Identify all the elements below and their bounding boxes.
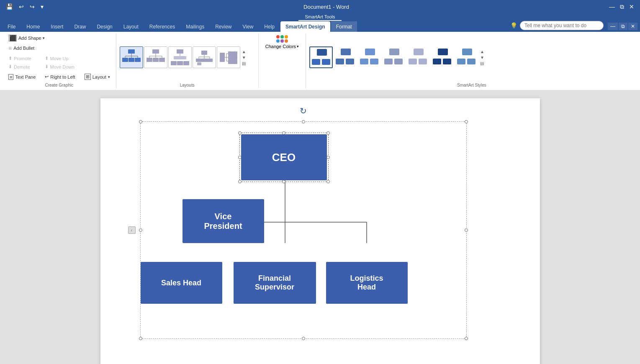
layout-item-3[interactable] — [168, 46, 192, 68]
gallery-scroll-down[interactable]: ▼ — [241, 55, 247, 60]
tab-mailings[interactable]: Mailings — [181, 21, 209, 32]
ceo-handle-bc[interactable] — [282, 180, 285, 183]
quick-access-toolbar: 💾 ↩ ↪ ▾ — [4, 3, 45, 11]
tell-me-area: 💡 — [510, 21, 604, 32]
smartart-container[interactable]: ‹ ↻ — [140, 121, 467, 339]
style-item-3[interactable] — [358, 46, 381, 68]
svg-rect-52 — [370, 59, 378, 64]
demote-button[interactable]: ⬇ Demote — [6, 63, 34, 71]
change-colors-button[interactable]: Change Colors ▾ — [262, 33, 302, 51]
window-controls: — ⧉ ✕ — [607, 3, 636, 11]
tab-insert[interactable]: Insert — [46, 21, 68, 32]
svg-rect-24 — [201, 51, 207, 55]
sales-head-box[interactable]: Sales Head — [141, 262, 222, 304]
close-icon[interactable]: ✕ — [627, 3, 636, 11]
rotate-handle[interactable]: ↻ — [300, 106, 307, 116]
window-minimize[interactable]: — — [608, 23, 618, 30]
svg-rect-9 — [152, 49, 159, 54]
create-graphic-group: ⬛ Add Shape ▾ ≡ Add Bullet ⬆ Promote ⬇ — [3, 33, 116, 88]
svg-rect-50 — [365, 49, 375, 55]
promote-button[interactable]: ⬆ Promote — [6, 54, 34, 62]
redo-icon[interactable]: ↪ — [28, 3, 36, 11]
layout-button[interactable]: ⊞ Layout ▾ — [82, 72, 113, 81]
window-restore[interactable]: ⧉ — [619, 23, 627, 30]
tab-references[interactable]: References — [144, 21, 180, 32]
undo-icon[interactable]: ↩ — [17, 3, 26, 11]
tab-draw[interactable]: Draw — [69, 21, 91, 32]
save-icon[interactable]: 💾 — [4, 3, 15, 11]
add-bullet-button[interactable]: ≡ Add Bullet — [6, 44, 37, 53]
svg-rect-33 — [207, 59, 213, 62]
svg-rect-45 — [312, 59, 320, 65]
logistics-head-box[interactable]: LogisticsHead — [326, 262, 408, 304]
ribbon-content: ⬛ Add Shape ▾ ≡ Add Bullet ⬆ Promote ⬇ — [0, 32, 640, 90]
svg-rect-51 — [360, 59, 368, 64]
demote-icon: ⬇ — [8, 64, 12, 69]
financial-supervisor-box[interactable]: FinancialSupervisor — [234, 262, 316, 304]
move-down-button[interactable]: ⬇ Move Down — [42, 63, 77, 71]
svg-rect-49 — [346, 59, 354, 64]
tab-layout[interactable]: Layout — [118, 21, 144, 32]
color-dot-blue — [276, 39, 280, 43]
style-item-4[interactable] — [382, 46, 406, 68]
tab-format[interactable]: Format — [331, 21, 357, 32]
style-item-2[interactable] — [334, 46, 357, 68]
promote-icon: ⬆ — [8, 56, 12, 61]
move-down-icon: ⬇ — [45, 64, 49, 69]
ceo-selection-wrapper: CEO — [241, 134, 327, 180]
ceo-handle-tr[interactable] — [326, 131, 330, 135]
ceo-handle-mr[interactable] — [326, 156, 330, 159]
styles-scroll-up[interactable]: ▲ — [479, 49, 485, 54]
layout-item-5[interactable] — [217, 46, 240, 68]
restore-icon[interactable]: ⧉ — [618, 3, 626, 11]
ceo-handle-br[interactable] — [326, 180, 330, 183]
tab-smartart-design[interactable]: SmartArt Design — [280, 21, 330, 32]
svg-rect-56 — [414, 49, 424, 55]
add-shape-button[interactable]: ⬛ Add Shape ▾ — [6, 33, 47, 43]
svg-rect-15 — [147, 58, 152, 62]
vice-president-box[interactable]: VicePresident — [182, 199, 264, 243]
style-item-6[interactable] — [431, 46, 454, 68]
svg-rect-60 — [433, 59, 441, 64]
styles-scroll-down[interactable]: ▼ — [479, 55, 485, 60]
ribbon-tabs: File Home Insert Draw Design Layout Refe… — [0, 13, 640, 32]
style-item-1[interactable] — [309, 46, 333, 68]
text-pane-button[interactable]: ≡ Text Pane — [6, 72, 38, 81]
svg-rect-43 — [228, 60, 237, 64]
svg-rect-53 — [389, 49, 399, 55]
move-up-button[interactable]: ⬆ Move Up — [42, 54, 77, 62]
style-item-5[interactable] — [406, 46, 430, 68]
tell-me-input[interactable] — [520, 21, 604, 30]
svg-rect-46 — [322, 59, 330, 65]
styles-expand[interactable]: ▤ — [479, 61, 485, 66]
ceo-handle-tl[interactable] — [238, 131, 242, 135]
tab-file[interactable]: File — [3, 21, 21, 32]
right-to-left-button[interactable]: ↩ Right to Left — [42, 72, 77, 81]
svg-rect-42 — [228, 56, 237, 60]
layout-item-4[interactable] — [193, 46, 216, 68]
customize-icon[interactable]: ▾ — [39, 3, 45, 11]
tab-review[interactable]: Review — [210, 21, 236, 32]
gallery-scroll-up[interactable]: ▲ — [241, 49, 247, 54]
layout-item-2[interactable] — [144, 46, 167, 68]
minimize-icon[interactable]: — — [607, 3, 617, 11]
color-dots — [276, 35, 288, 43]
window-close[interactable]: ✕ — [628, 23, 637, 30]
style-item-7[interactable] — [455, 46, 478, 68]
ceo-handle-bl[interactable] — [238, 180, 242, 183]
ceo-box[interactable]: CEO — [241, 134, 327, 180]
svg-rect-6 — [122, 58, 128, 62]
color-dot-orange — [285, 35, 288, 38]
svg-rect-20 — [174, 56, 186, 59]
color-dot-darkorange — [285, 39, 288, 43]
layout-item-1[interactable] — [120, 46, 143, 68]
svg-rect-18 — [177, 49, 183, 54]
gallery-expand[interactable]: ▤ — [241, 61, 247, 66]
text-pane-toggle[interactable]: ‹ — [128, 226, 136, 234]
smartart-styles-group: ▲ ▼ ▤ SmartArt Styles — [306, 33, 637, 88]
tab-home[interactable]: Home — [21, 21, 45, 32]
tab-help[interactable]: Help — [259, 21, 280, 32]
tab-view[interactable]: View — [238, 21, 259, 32]
title-bar: 💾 ↩ ↪ ▾ Document1 - Word — ⧉ ✕ — [0, 0, 640, 13]
tab-design[interactable]: Design — [92, 21, 117, 32]
